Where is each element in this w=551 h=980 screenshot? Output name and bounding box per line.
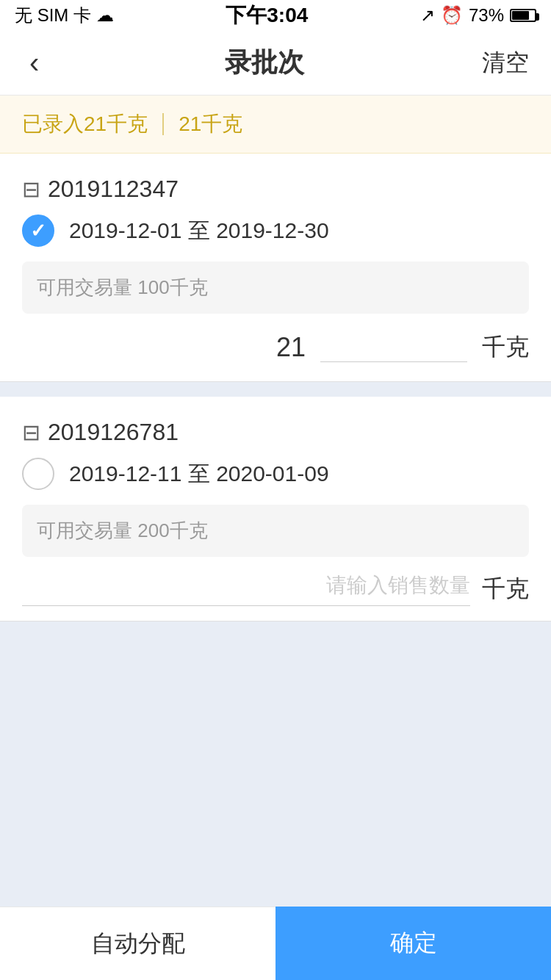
batch-radio-1[interactable] xyxy=(22,215,54,247)
battery-icon xyxy=(510,9,536,22)
clear-button[interactable]: 清空 xyxy=(482,47,529,79)
batch-id-1: 2019112347 xyxy=(48,176,179,203)
quantity-row-1: 21 千克 xyxy=(0,314,551,382)
banner-divider xyxy=(162,113,164,135)
batch-available-2: 可用交易量 200千克 xyxy=(22,505,529,557)
empty-area xyxy=(0,621,551,945)
batch-radio-2[interactable] xyxy=(22,458,54,490)
input-row-2: 请输入销售数量 千克 xyxy=(0,557,551,621)
status-time: 下午3:04 xyxy=(226,1,308,29)
info-banner: 已录入21千克 21千克 xyxy=(0,96,551,154)
confirm-button[interactable]: 确定 xyxy=(276,907,551,980)
batch-id-icon-1: ⊟ xyxy=(22,176,40,202)
batch-available-1: 可用交易量 100千克 xyxy=(22,262,529,314)
batch-date-2: 2019-12-11 至 2020-01-09 xyxy=(69,459,329,489)
back-button[interactable]: ‹ xyxy=(22,39,46,87)
quantity-unit-1: 千克 xyxy=(482,331,529,364)
footer: 自动分配 确定 xyxy=(0,907,551,980)
auto-distribute-button[interactable]: 自动分配 xyxy=(0,907,276,980)
quantity-value-1: 21 xyxy=(276,332,306,363)
sim-label: 无 SIM 卡 ☁ xyxy=(15,4,114,27)
status-left: 无 SIM 卡 ☁ xyxy=(15,4,114,27)
battery-label: 73% xyxy=(469,5,504,26)
status-right: ↗ ⏰ 73% xyxy=(420,5,536,26)
batch-id-icon-2: ⊟ xyxy=(22,419,40,445)
page-title: 录批次 xyxy=(225,45,304,81)
batch-date-1: 2019-12-01 至 2019-12-30 xyxy=(69,216,329,246)
batch-item-2: ⊟ 2019126781 2019-12-11 至 2020-01-09 可用交… xyxy=(0,397,551,557)
batch-item-1: ⊟ 2019112347 2019-12-01 至 2019-12-30 可用交… xyxy=(0,154,551,314)
quantity-unit-2: 千克 xyxy=(482,573,529,605)
batch-id-2: 2019126781 xyxy=(48,419,179,446)
recorded-amount-value: 21千克 xyxy=(179,110,242,138)
quantity-placeholder-2: 请输入销售数量 xyxy=(326,572,470,599)
nav-bar: ‹ 录批次 清空 xyxy=(0,31,551,96)
section-separator xyxy=(0,382,551,397)
status-bar: 无 SIM 卡 ☁ 下午3:04 ↗ ⏰ 73% xyxy=(0,0,551,31)
recorded-amount-label: 已录入21千克 xyxy=(22,110,148,138)
location-icon: ↗ xyxy=(420,5,435,26)
alarm-icon: ⏰ xyxy=(441,5,463,26)
